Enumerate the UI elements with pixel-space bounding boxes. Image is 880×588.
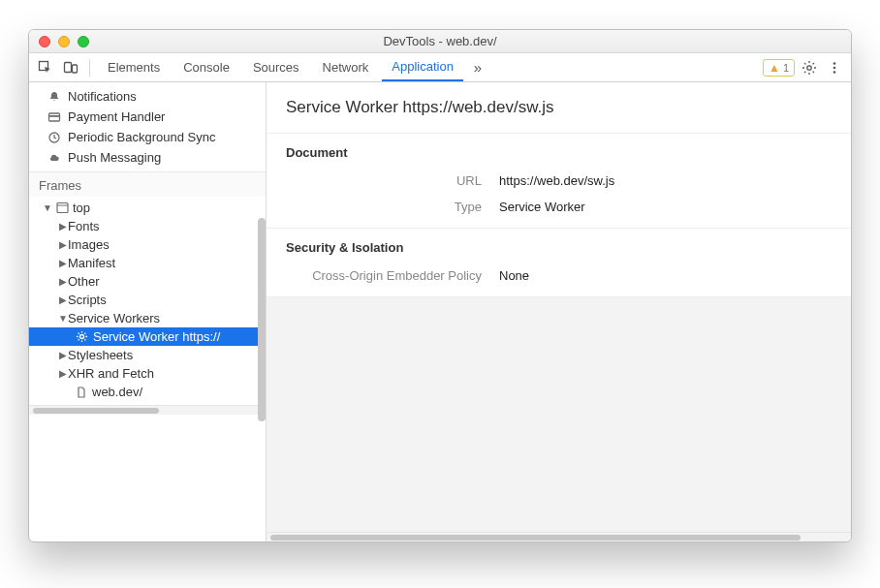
frames-tree: ▼ top ▶Fonts ▶Images ▶Manifest ▶Other ▶S… xyxy=(29,197,266,405)
devtools-window: DevTools - web.dev/ Elements Console Sou… xyxy=(28,29,852,542)
tree-item-service-worker-selected[interactable]: Service Worker https:// xyxy=(29,327,266,346)
main-horizontal-scrollbar[interactable] xyxy=(267,532,851,542)
inspect-element-icon[interactable] xyxy=(35,57,56,78)
svg-point-6 xyxy=(833,71,836,74)
tree-item-xhr-fetch[interactable]: ▶XHR and Fetch xyxy=(29,364,266,383)
application-sidebar: Notifications Payment Handler Periodic B… xyxy=(29,82,267,542)
svg-point-4 xyxy=(833,62,836,65)
tree-item-scripts[interactable]: ▶Scripts xyxy=(29,291,266,309)
sidebar-item-payment-handler[interactable]: Payment Handler xyxy=(29,107,266,127)
devtools-toolbar: Elements Console Sources Network Applica… xyxy=(29,53,851,82)
sidebar-item-push-messaging[interactable]: Push Messaging xyxy=(29,147,266,168)
main-panel: Service Worker https://web.dev/sw.js Doc… xyxy=(267,82,851,542)
kv-type: Type Service Worker xyxy=(267,194,851,228)
tree-item-label: Images xyxy=(68,237,110,252)
type-label: Type xyxy=(286,200,499,214)
coep-value: None xyxy=(499,268,832,283)
panel-heading: Service Worker https://web.dev/sw.js xyxy=(267,82,851,134)
tree-item-label: Service Workers xyxy=(68,311,160,325)
svg-point-5 xyxy=(833,66,836,69)
frames-section-title: Frames xyxy=(29,171,266,197)
tree-item-stylesheets[interactable]: ▶Stylesheets xyxy=(29,346,266,364)
caret-right-icon: ▶ xyxy=(58,221,68,232)
svg-rect-10 xyxy=(57,203,68,213)
caret-down-icon: ▼ xyxy=(43,202,52,213)
sidebar-item-label: Payment Handler xyxy=(68,109,165,124)
warnings-count: 1 xyxy=(783,62,789,74)
tree-item-other[interactable]: ▶Other xyxy=(29,272,266,291)
more-tabs-icon[interactable]: » xyxy=(467,57,488,78)
tree-item-label: top xyxy=(73,201,90,215)
tree-item-label: Stylesheets xyxy=(68,348,133,362)
cloud-icon xyxy=(47,151,62,165)
tab-console[interactable]: Console xyxy=(173,53,239,81)
tree-item-label: Other xyxy=(68,274,100,289)
sidebar-item-notifications[interactable]: Notifications xyxy=(29,86,266,107)
devtools-body: Notifications Payment Handler Periodic B… xyxy=(29,82,851,542)
bell-icon xyxy=(47,90,62,104)
svg-point-12 xyxy=(80,335,84,339)
credit-card-icon xyxy=(47,110,62,124)
empty-area xyxy=(267,297,851,532)
kebab-menu-icon[interactable] xyxy=(824,57,845,78)
tree-item-label: Fonts xyxy=(68,219,100,233)
kv-coep: Cross-Origin Embedder Policy None xyxy=(267,263,851,296)
tree-item-images[interactable]: ▶Images xyxy=(29,235,266,254)
tab-application[interactable]: Application xyxy=(382,53,463,81)
caret-right-icon: ▶ xyxy=(58,368,68,379)
tab-network[interactable]: Network xyxy=(313,53,379,81)
warnings-badge[interactable]: ▲ 1 xyxy=(763,59,795,77)
background-services-section: Notifications Payment Handler Periodic B… xyxy=(29,82,266,171)
svg-rect-1 xyxy=(65,62,72,72)
tree-item-fonts[interactable]: ▶Fonts xyxy=(29,217,266,235)
coep-label: Cross-Origin Embedder Policy xyxy=(286,268,499,283)
caret-down-icon: ▼ xyxy=(58,313,68,324)
frame-icon xyxy=(56,201,69,214)
sidebar-item-periodic-sync[interactable]: Periodic Background Sync xyxy=(29,127,266,147)
window-title: DevTools - web.dev/ xyxy=(29,34,851,48)
svg-rect-8 xyxy=(49,115,60,117)
type-value: Service Worker xyxy=(499,200,832,214)
tree-item-label: XHR and Fetch xyxy=(68,366,154,381)
titlebar: DevTools - web.dev/ xyxy=(29,30,851,53)
warning-icon: ▲ xyxy=(769,61,780,75)
tree-item-service-workers[interactable]: ▼Service Workers xyxy=(29,309,266,327)
security-panel: Security & Isolation Cross-Origin Embedd… xyxy=(267,229,851,297)
sidebar-vertical-scrollbar[interactable] xyxy=(258,218,266,421)
tree-item-label: Manifest xyxy=(68,256,115,270)
url-label: URL xyxy=(286,173,499,188)
tab-elements[interactable]: Elements xyxy=(98,53,170,81)
document-panel: Document URL https://web.dev/sw.js Type … xyxy=(267,134,851,229)
caret-right-icon: ▶ xyxy=(58,239,68,250)
tree-item-top[interactable]: ▼ top xyxy=(29,199,266,217)
security-panel-title: Security & Isolation xyxy=(267,229,851,263)
gear-icon xyxy=(76,330,88,343)
clock-icon xyxy=(47,131,62,144)
url-value: https://web.dev/sw.js xyxy=(499,173,832,188)
document-icon xyxy=(76,387,87,398)
caret-right-icon: ▶ xyxy=(58,258,68,268)
tree-item-label: Service Worker https:// xyxy=(93,329,220,344)
tab-sources[interactable]: Sources xyxy=(243,53,309,81)
caret-right-icon: ▶ xyxy=(58,294,68,305)
sidebar-item-label: Push Messaging xyxy=(68,150,161,165)
svg-point-3 xyxy=(807,65,811,69)
caret-right-icon: ▶ xyxy=(58,276,68,287)
tree-item-webdev-doc[interactable]: web.dev/ xyxy=(29,383,266,401)
tree-item-manifest[interactable]: ▶Manifest xyxy=(29,254,266,272)
sidebar-item-label: Notifications xyxy=(68,89,137,104)
document-panel-title: Document xyxy=(267,134,851,168)
sidebar-item-label: Periodic Background Sync xyxy=(68,130,215,144)
device-toolbar-icon[interactable] xyxy=(60,57,81,78)
svg-rect-7 xyxy=(49,113,60,121)
tree-item-label: web.dev/ xyxy=(92,385,142,399)
caret-right-icon: ▶ xyxy=(58,350,68,360)
kv-url: URL https://web.dev/sw.js xyxy=(267,168,851,194)
tree-item-label: Scripts xyxy=(68,293,107,307)
svg-rect-2 xyxy=(73,65,78,73)
settings-icon[interactable] xyxy=(799,57,820,78)
sidebar-horizontal-scrollbar[interactable] xyxy=(29,405,266,415)
